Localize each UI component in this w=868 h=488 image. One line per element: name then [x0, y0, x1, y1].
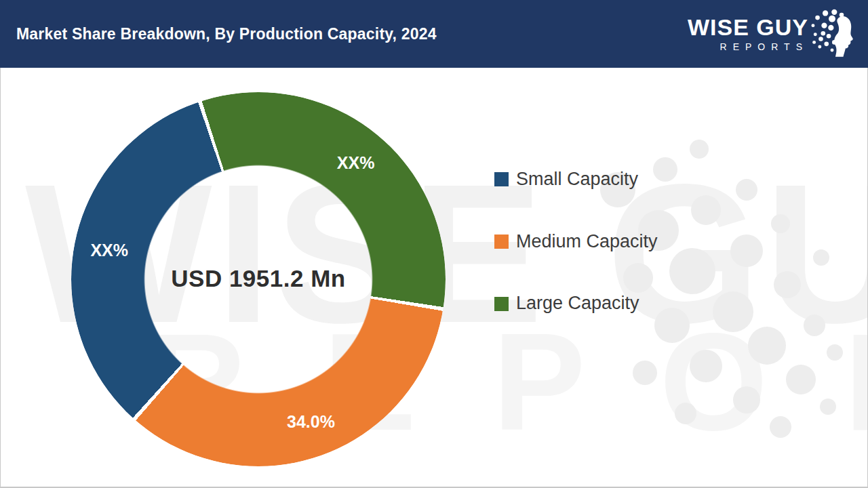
legend-item-medium-capacity: Medium Capacity — [494, 232, 658, 252]
legend-swatch-medium-capacity — [494, 235, 509, 249]
legend-item-large-capacity: Large Capacity — [494, 293, 658, 314]
legend-swatch-large-capacity — [494, 297, 509, 311]
report-page: Market Share Breakdown, By Production Ca… — [0, 0, 868, 488]
donut-chart: XX% 34.0% XX% USD 1951.2 Mn — [71, 92, 446, 466]
legend: Small Capacity Medium Capacity Large Cap… — [494, 169, 658, 314]
legend-label-small-capacity: Small Capacity — [516, 169, 638, 190]
segment-label-medium-capacity: 34.0% — [287, 412, 335, 432]
wise-guy-logo: WISE GUY REPORTS — [688, 7, 854, 61]
report-header: Market Share Breakdown, By Production Ca… — [0, 0, 868, 68]
segment-label-large-capacity: XX% — [337, 153, 375, 173]
logo-brand-text: WISE GUY — [688, 16, 808, 39]
total-value-label: USD 1951.2 Mn — [171, 265, 345, 292]
legend-label-large-capacity: Large Capacity — [516, 293, 639, 314]
report-title: Market Share Breakdown, By Production Ca… — [16, 25, 437, 43]
logo-sub-text: REPORTS — [688, 41, 808, 52]
segment-label-small-capacity: XX% — [90, 240, 128, 260]
logo-face-icon — [810, 7, 854, 61]
chart-area: WISE GUY R E P O R T S XX% 34.0% XX% — [0, 68, 868, 488]
legend-label-medium-capacity: Medium Capacity — [516, 232, 658, 252]
legend-item-small-capacity: Small Capacity — [494, 169, 658, 190]
logo-text: WISE GUY REPORTS — [688, 16, 808, 52]
legend-swatch-small-capacity — [494, 172, 509, 186]
